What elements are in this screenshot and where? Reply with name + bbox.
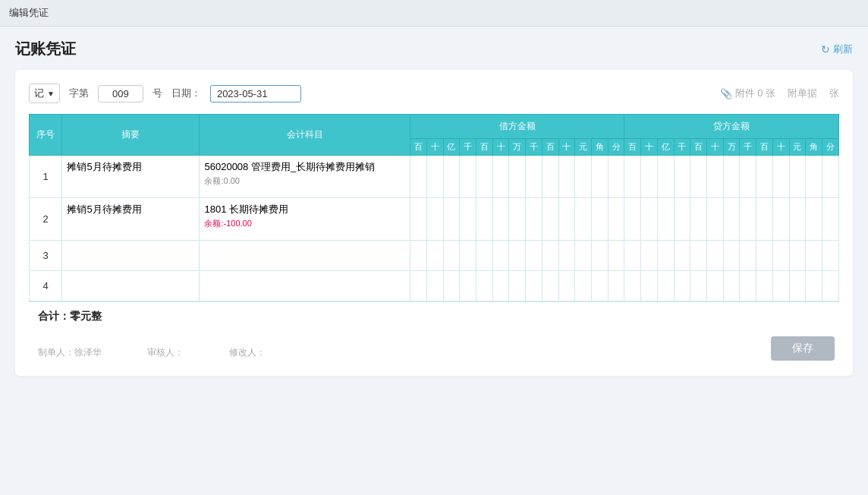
credit-digit-r2-c5[interactable]: [690, 198, 707, 241]
credit-digit-r4-c7[interactable]: [723, 271, 740, 301]
credit-digit-r3-c10[interactable]: [772, 241, 789, 271]
credit-digit-r4-c9[interactable]: [756, 271, 773, 301]
debit-digit-r4-c1[interactable]: [410, 271, 427, 301]
debit-digit-r4-c10[interactable]: [558, 271, 575, 301]
debit-digit-r1-c2[interactable]: [426, 156, 443, 198]
debit-digit-r3-c4[interactable]: [460, 241, 476, 271]
row-account-1[interactable]: 56020008 管理费用_长期待摊费用摊销余额:0.00: [200, 156, 410, 198]
credit-digit-r2-c7[interactable]: [723, 198, 740, 241]
credit-digit-r4-c1[interactable]: [624, 271, 641, 301]
debit-digit-r2-c10[interactable]: [558, 198, 575, 241]
credit-digit-r3-c9[interactable]: [756, 241, 773, 271]
debit-digit-r4-c6[interactable]: [492, 271, 509, 301]
debit-digit-r3-c3[interactable]: [443, 241, 460, 271]
credit-digit-r1-c5[interactable]: [690, 156, 707, 198]
debit-digit-r3-c6[interactable]: [492, 241, 509, 271]
debit-digit-r3-c10[interactable]: [558, 241, 575, 271]
credit-digit-r2-c8[interactable]: [740, 198, 756, 241]
debit-digit-r3-c12[interactable]: [592, 241, 609, 271]
credit-digit-r1-c6[interactable]: [707, 156, 724, 198]
debit-digit-r3-c9[interactable]: [542, 241, 558, 271]
credit-digit-r4-c12[interactable]: [806, 271, 822, 301]
credit-digit-r3-c1[interactable]: [624, 241, 641, 271]
debit-digit-r3-c13[interactable]: [608, 241, 624, 271]
credit-digit-r2-c9[interactable]: [756, 198, 773, 241]
debit-digit-r1-c7[interactable]: [509, 156, 526, 198]
credit-digit-r2-c6[interactable]: [707, 198, 724, 241]
credit-digit-r3-c11[interactable]: [789, 241, 806, 271]
credit-digit-r3-c3[interactable]: [657, 241, 674, 271]
credit-digit-r4-c5[interactable]: [690, 271, 707, 301]
credit-digit-r2-c4[interactable]: [674, 198, 690, 241]
credit-digit-r2-c11[interactable]: [789, 198, 806, 241]
credit-digit-r2-c1[interactable]: [624, 198, 641, 241]
debit-digit-r4-c2[interactable]: [426, 271, 443, 301]
credit-digit-r3-c7[interactable]: [723, 241, 740, 271]
debit-digit-r1-c6[interactable]: [492, 156, 509, 198]
credit-digit-r1-c7[interactable]: [723, 156, 740, 198]
debit-digit-r1-c12[interactable]: [592, 156, 609, 198]
debit-digit-r2-c12[interactable]: [592, 198, 609, 241]
debit-digit-r1-c3[interactable]: [443, 156, 460, 198]
row-account-2[interactable]: 1801 长期待摊费用余额:-100.00: [200, 198, 410, 241]
debit-digit-r2-c13[interactable]: [608, 198, 624, 241]
credit-digit-r3-c5[interactable]: [690, 241, 707, 271]
debit-digit-r1-c13[interactable]: [608, 156, 624, 198]
credit-digit-r3-c4[interactable]: [674, 241, 690, 271]
zi-input[interactable]: [98, 85, 143, 102]
credit-digit-r4-c4[interactable]: [674, 271, 690, 301]
debit-digit-r3-c8[interactable]: [526, 241, 542, 271]
debit-digit-r3-c11[interactable]: [575, 241, 592, 271]
row-summary-1[interactable]: 摊销5月待摊费用: [62, 156, 200, 198]
debit-digit-r3-c2[interactable]: [426, 241, 443, 271]
credit-digit-r1-c10[interactable]: [772, 156, 789, 198]
debit-digit-r1-c9[interactable]: [542, 156, 558, 198]
credit-digit-r2-c12[interactable]: [806, 198, 822, 241]
debit-digit-r2-c9[interactable]: [542, 198, 558, 241]
credit-digit-r1-c13[interactable]: [822, 156, 839, 198]
row-summary-3[interactable]: [62, 241, 200, 271]
debit-digit-r3-c7[interactable]: [509, 241, 526, 271]
credit-digit-r1-c9[interactable]: [756, 156, 773, 198]
credit-digit-r1-c4[interactable]: [674, 156, 690, 198]
debit-digit-r2-c8[interactable]: [526, 198, 542, 241]
debit-digit-r2-c6[interactable]: [492, 198, 509, 241]
debit-digit-r4-c9[interactable]: [542, 271, 558, 301]
debit-digit-r4-c8[interactable]: [526, 271, 542, 301]
debit-digit-r1-c5[interactable]: [476, 156, 492, 198]
debit-digit-r3-c5[interactable]: [476, 241, 492, 271]
row-summary-2[interactable]: 摊销5月待摊费用: [62, 198, 200, 241]
debit-digit-r2-c5[interactable]: [476, 198, 492, 241]
credit-digit-r4-c3[interactable]: [657, 271, 674, 301]
refresh-button[interactable]: ↻ 刷新: [821, 43, 853, 56]
credit-digit-r1-c2[interactable]: [641, 156, 658, 198]
ji-select[interactable]: 记 ▼: [29, 84, 60, 103]
debit-digit-r4-c5[interactable]: [476, 271, 492, 301]
row-summary-4[interactable]: [62, 271, 200, 301]
credit-digit-r4-c6[interactable]: [707, 271, 724, 301]
debit-digit-r4-c11[interactable]: [575, 271, 592, 301]
debit-digit-r2-c1[interactable]: [410, 198, 427, 241]
debit-digit-r4-c4[interactable]: [460, 271, 476, 301]
credit-digit-r1-c1[interactable]: [624, 156, 641, 198]
debit-digit-r2-c4[interactable]: [460, 198, 476, 241]
row-account-3[interactable]: [200, 241, 410, 271]
credit-digit-r3-c2[interactable]: [641, 241, 658, 271]
credit-digit-r4-c10[interactable]: [772, 271, 789, 301]
credit-digit-r2-c10[interactable]: [772, 198, 789, 241]
debit-digit-r2-c7[interactable]: [509, 198, 526, 241]
attachment-button[interactable]: 📎 附件 0 张: [720, 87, 775, 100]
credit-digit-r4-c8[interactable]: [740, 271, 756, 301]
credit-digit-r4-c11[interactable]: [789, 271, 806, 301]
credit-digit-r3-c13[interactable]: [822, 241, 839, 271]
save-button[interactable]: 保存: [771, 336, 835, 361]
debit-digit-r4-c3[interactable]: [443, 271, 460, 301]
debit-digit-r1-c1[interactable]: [410, 156, 427, 198]
credit-digit-r2-c3[interactable]: [657, 198, 674, 241]
credit-digit-r3-c12[interactable]: [806, 241, 822, 271]
credit-digit-r1-c3[interactable]: [657, 156, 674, 198]
credit-digit-r3-c8[interactable]: [740, 241, 756, 271]
debit-digit-r2-c2[interactable]: [426, 198, 443, 241]
credit-digit-r3-c6[interactable]: [707, 241, 724, 271]
debit-digit-r1-c4[interactable]: [460, 156, 476, 198]
